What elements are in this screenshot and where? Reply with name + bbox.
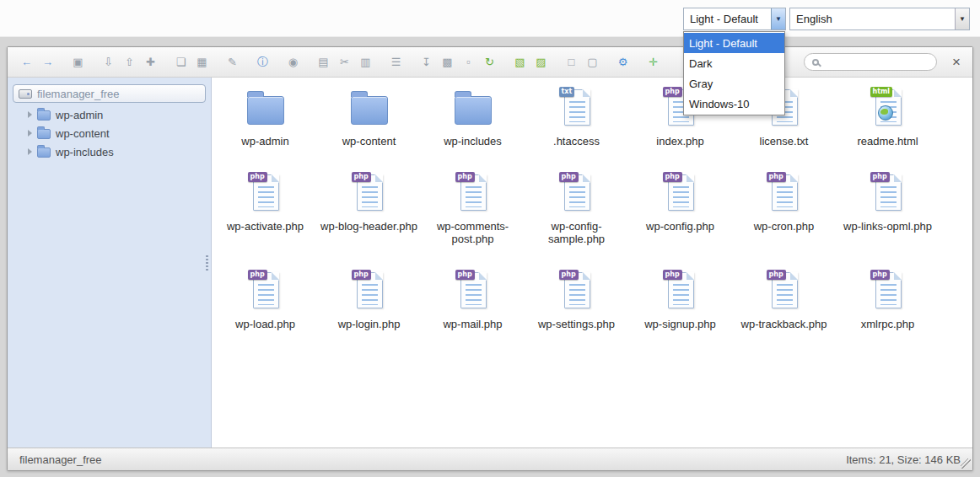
text-lines — [569, 101, 585, 122]
preview-icon[interactable]: ◉ — [283, 52, 303, 72]
toolbar-icons: ←→▣⇩⇧✚❏▦✎ⓘ◉▤✂▥☰↧▩▫↻▧▨□▢⚙✛ — [16, 52, 664, 72]
file-label: wp-blog-header.php — [317, 220, 421, 233]
search-box[interactable] — [804, 53, 937, 71]
language-select-value: English — [790, 13, 955, 25]
chevron-down-icon[interactable]: ▼ — [771, 8, 785, 29]
file-label: wp-mail.php — [421, 318, 525, 330]
file-icon: php — [245, 173, 287, 213]
page-fold-flap — [687, 272, 694, 280]
file-item[interactable]: phpwp-activate.php — [213, 173, 317, 245]
sidebar-item-wp-admin[interactable]: wp-admin — [8, 105, 211, 124]
filetype-badge: php — [248, 270, 267, 280]
sidebar-root-label: filemanager_free — [37, 88, 120, 100]
chevron-down-icon[interactable]: ▼ — [955, 8, 969, 29]
file-label: .htaccess — [525, 135, 628, 147]
windows-icon[interactable]: ▢ — [583, 52, 602, 72]
desktop-icon[interactable]: ▣ — [68, 52, 88, 72]
forward-icon[interactable]: → — [38, 52, 57, 72]
sidebar-root-item[interactable]: filemanager_free — [13, 84, 206, 103]
refresh-icon[interactable]: ↻ — [480, 52, 499, 72]
toolbar-separator — [552, 62, 561, 62]
file-item[interactable]: phpwp-mail.php — [421, 271, 525, 330]
rename-icon[interactable]: ✎ — [223, 52, 242, 72]
filetype-badge: php — [352, 270, 371, 280]
image-edit-icon[interactable]: ▨ — [531, 52, 551, 72]
text-lines — [362, 284, 378, 305]
file-label: wp-load.php — [213, 318, 317, 330]
back-icon[interactable]: ← — [17, 52, 36, 72]
text-lines — [258, 284, 274, 305]
toolbar-separator — [633, 62, 643, 62]
upload-file-icon[interactable]: ⇧ — [120, 52, 139, 72]
sidebar-item-wp-includes[interactable]: wp-includes — [8, 142, 211, 161]
page-fold-flap — [894, 89, 902, 97]
file-item[interactable]: wp-content — [317, 88, 421, 147]
filetype-badge: php — [663, 172, 682, 182]
text-lines — [777, 284, 793, 305]
theme-select[interactable]: Light - Default ▼ — [683, 8, 786, 30]
file-grid: wp-adminwp-contentwp-includestxt.htacces… — [212, 78, 972, 330]
file-item[interactable]: phpwp-signup.php — [628, 271, 732, 330]
file-item[interactable]: phpwp-comments-post.php — [421, 173, 525, 245]
fullscreen-icon[interactable]: ✛ — [643, 52, 663, 72]
close-icon[interactable]: × — [952, 55, 961, 69]
paste-icon[interactable]: ▥ — [356, 52, 375, 72]
file-item[interactable]: phpwp-login.php — [317, 271, 421, 330]
file-item[interactable]: txt.htaccess — [525, 88, 628, 147]
toolbar-separator — [304, 62, 313, 62]
extract-icon[interactable]: ↧ — [417, 52, 436, 72]
open-icon[interactable]: ❏ — [171, 52, 191, 72]
select-all-icon[interactable]: ▩ — [438, 52, 457, 72]
resize-grip-icon[interactable] — [961, 458, 971, 469]
language-select[interactable]: English ▼ — [789, 8, 970, 30]
theme-option[interactable]: Dark — [684, 53, 784, 73]
page-fold-flap — [272, 174, 279, 182]
file-item[interactable]: phpwp-config-sample.php — [525, 173, 628, 245]
cut-icon[interactable]: ✂ — [335, 52, 354, 72]
text-lines — [880, 284, 897, 305]
caret-right-icon[interactable] — [28, 148, 32, 155]
file-item[interactable]: phpwp-load.php — [213, 271, 317, 330]
splitter-handle[interactable] — [206, 255, 208, 271]
caret-right-icon[interactable] — [28, 111, 32, 118]
page-fold-flap — [375, 272, 383, 280]
select-none-icon[interactable]: ▫ — [459, 52, 478, 72]
new-file-icon[interactable]: ✚ — [141, 52, 160, 72]
file-item[interactable]: htmlreadme.html — [836, 88, 940, 147]
archive-icon[interactable]: ☰ — [386, 52, 406, 72]
download-file-icon[interactable]: ⇩ — [99, 52, 118, 72]
theme-option[interactable]: Windows-10 — [684, 94, 784, 114]
sidebar-item-label: wp-content — [56, 127, 110, 140]
caret-right-icon[interactable] — [28, 130, 32, 137]
file-item[interactable]: phpxmlrpc.php — [836, 271, 940, 330]
sidebar: filemanager_free wp-adminwp-contentwp-in… — [8, 78, 212, 448]
theme-option[interactable]: Light - Default — [684, 33, 784, 53]
file-item[interactable]: phpwp-settings.php — [525, 271, 628, 330]
page-fold-flap — [272, 272, 279, 280]
file-icon: php — [867, 173, 909, 213]
file-icon: html — [867, 88, 909, 128]
file-item[interactable]: phpwp-trackback.php — [732, 271, 836, 330]
file-item[interactable]: phpwp-config.php — [628, 173, 732, 245]
file-item[interactable]: wp-admin — [213, 88, 317, 147]
window-icon[interactable]: □ — [562, 52, 581, 72]
search-area: × — [804, 53, 964, 71]
image-icon[interactable]: ▧ — [510, 52, 530, 72]
theme-option[interactable]: Gray — [684, 73, 784, 94]
file-label: wp-activate.php — [213, 220, 317, 233]
save-icon[interactable]: ▦ — [192, 52, 212, 72]
info-icon[interactable]: ⓘ — [253, 52, 272, 72]
search-input[interactable] — [824, 56, 929, 68]
file-label: wp-content — [317, 135, 421, 147]
file-item[interactable]: wp-includes — [421, 88, 525, 147]
text-lines — [673, 186, 689, 207]
file-item[interactable]: phpwp-cron.php — [732, 173, 836, 245]
folder-shape — [455, 96, 492, 125]
settings-icon[interactable]: ⚙ — [613, 52, 633, 72]
file-item[interactable]: phpwp-blog-header.php — [317, 173, 421, 245]
file-label: index.php — [628, 135, 732, 147]
sidebar-item-wp-content[interactable]: wp-content — [8, 124, 211, 142]
page-fold-flap — [479, 272, 487, 280]
copy-icon[interactable]: ▤ — [314, 52, 333, 72]
file-item[interactable]: phpwp-links-opml.php — [836, 173, 940, 245]
